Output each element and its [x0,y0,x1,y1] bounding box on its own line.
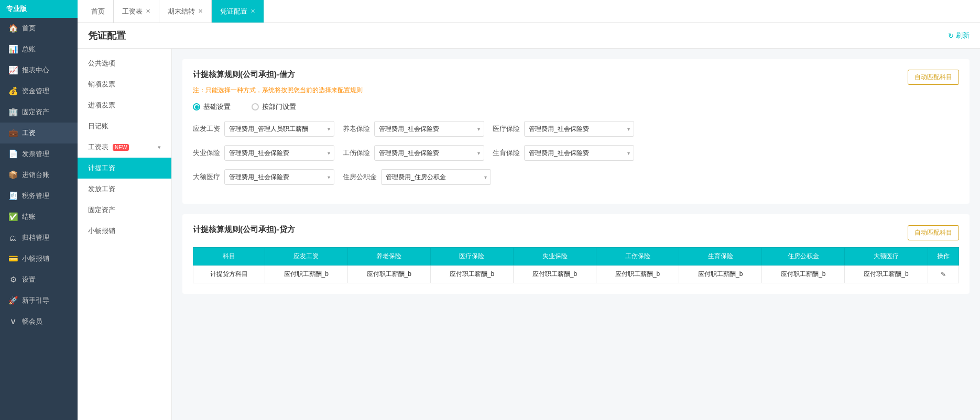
select-wrapper-pension: 管理费用_社会保险费 ▾ [374,121,484,137]
select-large-medical[interactable]: 管理费用_社会保险费 [224,169,334,185]
select-salary[interactable]: 管理费用_管理人员职工薪酬 [224,121,334,137]
sidebar-item-invoice[interactable]: 📄 发票管理 [0,143,78,164]
form-item-unemploy: 失业保险 管理费用_社会保险费 ▾ [193,145,334,161]
radio-dept-settings[interactable]: 按部门设置 [252,102,296,112]
tab-home[interactable]: 首页 [83,0,114,23]
select-housing-fund[interactable]: 管理费用_住房公积金 [381,169,491,185]
sidebar-item-tax[interactable]: 🧾 税务管理 [0,185,78,206]
tab-period-transfer[interactable]: 期末结转 ✕ [159,0,212,23]
sidebar-item-salary[interactable]: 💼 工资 [0,123,78,143]
select-wrapper-work-injury: 管理费用_社会保险费 ▾ [374,145,484,161]
th-housing-fund: 住房公积金 [762,248,845,266]
th-subject: 科目 [193,248,265,266]
sidebar-item-label: 税务管理 [22,191,49,201]
td-medical-val: 应付职工薪酬_b [430,266,513,283]
sidebar-item-fixed-assets[interactable]: 🏢 固定资产 [0,102,78,123]
sidebar-item-guide[interactable]: 🚀 新手引导 [0,290,78,311]
label-medical: 医疗保险 [493,124,520,134]
sidebar-item-label: 报表中心 [22,65,49,75]
left-menu-salary-table[interactable]: 工资表 NEW ▾ [78,137,171,158]
table-header-row: 科目 应发工资 养老保险 医疗保险 失业保险 工伤保险 生育保险 住房公积金 大… [193,248,959,266]
sidebar-item-label: 畅会员 [22,317,42,326]
sidebar-item-general-ledger[interactable]: 📊 总账 [0,39,78,60]
member-icon: V [8,318,18,326]
home-icon: 🏠 [8,24,18,33]
auto-match-debit-button[interactable]: 自动匹配科目 [908,70,959,85]
section2-title: 计提核算规则(公司承担)-贷方 [193,225,295,235]
sidebar-item-label: 工资 [22,128,36,138]
label-work-injury: 工伤保险 [343,148,370,158]
sidebar-item-xiaochu[interactable]: 💳 小畅报销 [0,248,78,269]
sidebar-item-label: 结账 [22,212,36,222]
sidebar-item-label: 固定资产 [22,107,49,117]
select-wrapper-birth: 管理费用_社会保险费 ▾ [524,145,634,161]
report-icon: 📈 [8,65,18,75]
td-birth-val: 应付职工薪酬_b [679,266,762,283]
label-unemploy: 失业保险 [193,148,220,158]
select-wrapper-medical: 管理费用_社会保险费 ▾ [524,121,634,137]
radio-dept-circle [252,103,259,110]
sidebar-item-purchase-sales[interactable]: 📦 进销台账 [0,164,78,185]
tab-close-voucher-config[interactable]: ✕ [251,8,255,15]
form-item-housing-fund: 住房公积金 管理费用_住房公积金 ▾ [343,169,491,185]
tab-close-period-transfer[interactable]: ✕ [198,8,203,15]
th-unemploy: 失业保险 [513,248,596,266]
left-menu-sales-invoice[interactable]: 销项发票 [78,74,171,95]
header-right: ↻ 刷新 [948,31,970,40]
left-menu-purchase-invoice[interactable]: 进项发票 [78,95,171,116]
sidebar-item-label: 总账 [22,45,36,54]
tab-salary-table[interactable]: 工资表 ✕ [114,0,159,23]
sidebar-item-label: 进销台账 [22,170,49,180]
select-wrapper-salary: 管理费用_管理人员职工薪酬 ▾ [224,121,334,137]
content-area: 公共选项 销项发票 进项发票 日记账 工资表 NEW ▾ 计提工资 发放工资 [78,49,980,420]
left-menu-public-options[interactable]: 公共选项 [78,53,171,74]
archive-icon: 🗂 [8,234,18,242]
td-pension-val: 应付职工薪酬_b [347,266,430,283]
sidebar-item-archive[interactable]: 🗂 归档管理 [0,227,78,248]
sidebar-item-member[interactable]: V 畅会员 [0,311,78,332]
sidebar-item-label: 发票管理 [22,149,49,159]
sidebar-item-label: 首页 [22,24,36,33]
refresh-button[interactable]: ↻ 刷新 [948,31,970,40]
left-menu-xiaochu[interactable]: 小畅报销 [78,220,171,241]
label-birth: 生育保险 [493,148,520,158]
th-work-injury: 工伤保险 [596,248,679,266]
sidebar-item-label: 设置 [22,275,36,284]
sidebar-item-home[interactable]: 🏠 首页 [0,18,78,39]
radio-basic-settings[interactable]: 基础设置 [193,102,231,112]
select-unemploy[interactable]: 管理费用_社会保险费 [224,145,334,161]
form-row-2: 失业保险 管理费用_社会保险费 ▾ 工伤保险 管理费用_社会保险费 [193,145,959,161]
sidebar-item-fund[interactable]: 💰 资金管理 [0,81,78,102]
sidebar-item-report-center[interactable]: 📈 报表中心 [0,60,78,81]
select-birth[interactable]: 管理费用_社会保险费 [524,145,634,161]
section-debit: 计提核算规则(公司承担)-借方 注：只能选择一种方式，系统将按照您当前的选择来配… [182,59,970,204]
tab-voucher-config[interactable]: 凭证配置 ✕ [212,0,264,23]
form-row-3: 大额医疗 管理费用_社会保险费 ▾ 住房公积金 管理费用_住房公积金 [193,169,959,185]
select-pension[interactable]: 管理费用_社会保险费 [374,121,484,137]
new-badge: NEW [113,144,129,151]
left-menu: 公共选项 销项发票 进项发票 日记账 工资表 NEW ▾ 计提工资 发放工资 [78,49,172,420]
auto-match-credit-button[interactable]: 自动匹配科目 [908,225,959,240]
salary-icon: 💼 [8,128,18,138]
label-housing-fund: 住房公积金 [343,172,377,182]
tab-close-salary-table[interactable]: ✕ [146,8,150,15]
form-row-1: 应发工资 管理费用_管理人员职工薪酬 ▾ 养老保险 管理费用_社会保险费 [193,121,959,137]
select-wrapper-housing-fund: 管理费用_住房公积金 ▾ [381,169,491,185]
left-menu-jiti-salary[interactable]: 计提工资 [78,158,171,179]
table-row: 计提贷方科目 应付职工薪酬_b 应付职工薪酬_b 应付职工薪酬_b 应付职工薪酬… [193,266,959,283]
left-menu-diary[interactable]: 日记账 [78,116,171,137]
th-pension: 养老保险 [347,248,430,266]
sidebar-item-label: 小畅报销 [22,254,49,263]
app-title: 专业版 [0,0,78,18]
sidebar-item-settings[interactable]: ⚙ 设置 [0,269,78,290]
select-medical[interactable]: 管理费用_社会保险费 [524,121,634,137]
left-menu-fixed-assets[interactable]: 固定资产 [78,200,171,220]
select-work-injury[interactable]: 管理费用_社会保险费 [374,145,484,161]
sidebar-item-close[interactable]: ✅ 结账 [0,206,78,227]
td-operation[interactable]: ✎ [928,266,959,283]
sidebar-item-label: 归档管理 [22,233,49,242]
purchase-icon: 📦 [8,170,18,180]
left-menu-fafa-salary[interactable]: 发放工资 [78,179,171,200]
td-large-medical-val: 应付职工薪酬_b [845,266,928,283]
close-accounts-icon: ✅ [8,212,18,222]
